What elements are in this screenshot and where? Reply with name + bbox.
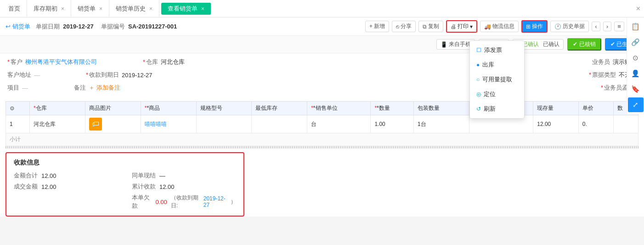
tab-sales[interactable]: 销货单 × [71, 0, 109, 17]
row-more [613, 115, 638, 133]
warehouse-value: 河北仓库 [161, 58, 185, 66]
effective-icon: ✔ [610, 41, 615, 47]
total-value: 12.00 [41, 172, 56, 179]
tab-sales-history-label: 销货单历史 [116, 5, 146, 13]
warehouse-label: 仓库 [143, 58, 158, 66]
row-product-img: 🏷 [85, 115, 141, 133]
note-label: 备注 [74, 84, 86, 92]
project-field: 项目 — [7, 84, 28, 92]
doc-title-area: ↩ 销货单 单据日期 2019-12-27 单据编号 SA-20191227-0… [6, 23, 177, 31]
scroll-indicator[interactable] [6, 146, 638, 148]
print-button[interactable]: 🖨 打印 ▾ [446, 20, 477, 33]
form-row-2: 客户地址 — 收款到期日 2019-12-27 票据类型 不开票 [7, 71, 637, 79]
note-field: 备注 ＋ 添加备注 [74, 84, 120, 92]
col-sales-unit: *销售单位 [307, 102, 371, 115]
history-button[interactable]: 🕐 历史单据 [550, 21, 589, 32]
copy-icon: ⧉ [423, 23, 427, 30]
print-icon: 🖨 [451, 23, 456, 30]
tab-home[interactable]: 首页 [4, 0, 27, 17]
doc-type-badge: ↩ 销货单 [6, 23, 30, 31]
tab-bar: 首页 库存期初 × 销货单 × 销货单历史 × 查看销货单 × × [0, 0, 644, 17]
sidebar-icon-1[interactable]: 🔗 [628, 35, 644, 50]
operations-icon: ⊞ [526, 23, 531, 30]
tab-inventory-close[interactable]: × [61, 6, 64, 12]
next-button[interactable]: › [603, 22, 611, 31]
tab-sales-history-close[interactable]: × [149, 6, 153, 12]
refresh-icon: ↺ [476, 106, 481, 112]
payment-blank [14, 194, 118, 210]
row-current-stock: 12.00 [533, 115, 579, 133]
dropdown-available-qty[interactable]: ○ 可用量提取 [470, 72, 524, 87]
same-settle-value: — [159, 172, 165, 179]
tab-sales-close[interactable]: × [99, 6, 102, 12]
deal-amount-value: 12.00 [41, 183, 56, 190]
print-dropdown-icon: ▾ [470, 23, 473, 30]
cumulative-label: 累计收款 [132, 182, 156, 191]
sidebar-icon-3[interactable]: 👤 [628, 66, 644, 81]
outbound-icon: ● [476, 62, 480, 68]
address-field: 客户地址 — [7, 71, 40, 79]
dropdown-add-invoice[interactable]: ☐ 添发票 [470, 43, 524, 57]
address-value: — [34, 72, 40, 79]
logistics-button[interactable]: 🚚 物流信息 [480, 21, 519, 32]
sidebar-icon-0[interactable]: 📋 [628, 19, 644, 34]
date-value: 2019-12-27 [63, 23, 94, 30]
voided-icon: ✔ [573, 41, 577, 47]
window-close-button[interactable]: × [636, 5, 640, 13]
sidebar-icon-5[interactable]: ⤢ [628, 97, 644, 112]
document-area: ↩ 销货单 单据日期 2019-12-27 单据编号 SA-20191227-0… [0, 17, 644, 217]
row-quantity: 1.00 [371, 115, 414, 133]
prev-button[interactable]: ‹ [592, 22, 600, 31]
add-invoice-icon: ☐ [476, 47, 481, 53]
subtotal-label: 小计 [6, 133, 638, 146]
available-qty-label: 可用量提取 [482, 75, 512, 84]
view1-button[interactable]: ≡ [614, 22, 624, 31]
due-date-field: 收款到期日 2019-12-27 [86, 71, 153, 79]
table-header-row: ⚙ 仓库 商品图片 *商品 规格型号 最低库存 *销售单位 *数量 包装数量 可… [6, 102, 638, 115]
row-min-stock [252, 115, 307, 133]
tab-inventory[interactable]: 库存期初 × [27, 0, 71, 17]
sidebar-icon-4[interactable]: 🔖 [628, 82, 644, 97]
share-button[interactable]: ⎋ 分享 [392, 21, 416, 32]
customer-field: 客户 柳州粤港平安气体有限公司 [7, 58, 97, 66]
copy-button[interactable]: ⧉ 复制 [418, 21, 443, 32]
subtotal-row: 小计 [6, 133, 638, 146]
payment-cumulative: 累计收款 12.00 [132, 182, 236, 191]
col-product-img: 商品图片 [85, 102, 141, 115]
payment-outstanding: 本单欠款 0.00 （收款到期日: 2019-12-27 ） [132, 194, 236, 210]
doc-type-label: 销货单 [12, 23, 30, 31]
customer-value[interactable]: 柳州粤港平安气体有限公司 [25, 58, 97, 66]
doc-meta: 单据日期 2019-12-27 单据编号 SA-20191227-001 [36, 23, 177, 31]
dropdown-refresh[interactable]: ↺ 刷新 [470, 102, 524, 116]
tab-view-sales-close[interactable]: × [201, 6, 204, 12]
dropdown-locate[interactable]: ◎ 定位 [470, 87, 524, 102]
sidebar-icon-2[interactable]: ⊙ [628, 51, 644, 65]
tab-view-sales[interactable]: 查看销货单 × [161, 3, 211, 15]
note-add[interactable]: ＋ 添加备注 [89, 84, 120, 92]
outstanding-label: 本单欠款 [132, 194, 152, 210]
voided-button[interactable]: ✔ 已核销 [567, 38, 601, 51]
same-settle-label: 同单现结 [132, 171, 156, 180]
operations-button[interactable]: ⊞ 操作 [521, 20, 548, 33]
sales-staff-label: 业务员孟 [601, 84, 628, 92]
dropdown-outbound[interactable]: ● 出库 [470, 57, 524, 72]
gear-icon[interactable]: ⚙ [10, 105, 15, 112]
row-product[interactable]: 嘻嘻嘻嘻 [141, 115, 196, 133]
operations-dropdown: ☐ 添发票 ● 出库 ○ 可用量提取 ◎ 定位 ↺ 刷新 [469, 40, 525, 119]
number-label: 单据编号 SA-20191227-001 [101, 23, 177, 31]
tab-view-sales-label: 查看销货单 [168, 5, 198, 13]
col-unit-price: 单价 [578, 102, 613, 115]
due-date-value: 2019-12-27 [122, 72, 153, 79]
tab-sales-history[interactable]: 销货单历史 × [109, 0, 159, 17]
available-qty-icon: ○ [476, 76, 480, 83]
outstanding-value: 0.00 [155, 199, 167, 205]
col-min-stock: 最低库存 [252, 102, 307, 115]
add-button[interactable]: + 新增 [365, 21, 389, 32]
row-sales-unit: 台 [307, 115, 371, 133]
col-gear[interactable]: ⚙ [6, 102, 30, 115]
outstanding-paren: ） [231, 198, 236, 206]
payment-deal-amount: 成交金额 12.00 [14, 182, 118, 191]
customer-label: 客户 [7, 58, 23, 66]
refresh-label: 刷新 [484, 105, 496, 113]
form-row-1: 客户 柳州粤港平安气体有限公司 仓库 河北仓库 业务员 演示账号 [7, 58, 637, 66]
